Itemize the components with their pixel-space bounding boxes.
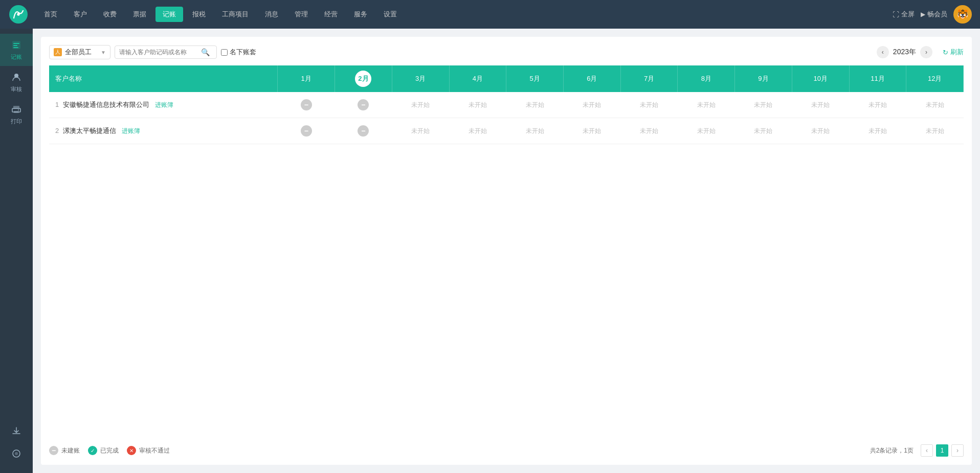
svg-rect-9 (14, 111, 19, 113)
table-header-row: 客户名称 1月 2月 3月 4月 5月 6月 7月 8月 9月 10月 11月 (49, 65, 964, 92)
svg-point-12 (15, 452, 18, 455)
top-nav: 首页 客户 收费 票据 记账 报税 工商项目 消息 管理 经营 服务 设置 ⛶ … (0, 0, 980, 29)
employee-select[interactable]: 人 全部员工 ▼ (49, 45, 110, 59)
dash-status: − (358, 99, 369, 110)
pagination: 共2条记录，1页 ‹ 1 › (870, 444, 964, 457)
sidebar-item-print[interactable]: 打印 (0, 98, 33, 130)
month-cell-1[interactable]: − (278, 118, 335, 144)
vip-label: 畅会员 (927, 10, 947, 19)
nav-customer[interactable]: 客户 (66, 7, 94, 22)
vip-button[interactable]: ▶ 畅会员 (921, 10, 947, 19)
table-row: 2 漯澳太平畅捷通信 进账簿−−未开始未开始未开始未开始未开始未开始未开始未开始… (49, 118, 964, 144)
sidebar-bottom (0, 420, 33, 473)
col-header-name: 客户名称 (49, 65, 278, 92)
nav-message[interactable]: 消息 (258, 7, 285, 22)
employee-icon: 人 (54, 48, 62, 56)
page-info: 共2条记录，1页 (870, 446, 914, 455)
nav-bookkeeping[interactable]: 记账 (155, 7, 183, 22)
current-page: 1 (936, 444, 948, 457)
download-icon (10, 425, 23, 437)
legend-dot-teal: ✓ (88, 446, 97, 455)
enter-link[interactable]: 进账簿 (122, 127, 140, 134)
year-nav: ‹ 2023年 › (877, 46, 932, 58)
nav-tax[interactable]: 报税 (185, 7, 213, 22)
search-button[interactable]: 🔍 (201, 48, 210, 56)
month-cell-3: 未开始 (392, 118, 449, 144)
month-cell-7: 未开始 (620, 92, 678, 118)
month-cell-12: 未开始 (906, 92, 964, 118)
month-cell-4: 未开始 (449, 92, 506, 118)
not-started-status: 未开始 (697, 101, 716, 108)
refresh-button[interactable]: ↻ 刷新 (943, 48, 964, 57)
col-header-m6: 6月 (563, 65, 620, 92)
avatar[interactable]: 🐯 (953, 5, 972, 24)
nav-service[interactable]: 服务 (347, 7, 374, 22)
prev-page-button[interactable]: ‹ (921, 444, 933, 457)
table-wrapper: 客户名称 1月 2月 3月 4月 5月 6月 7月 8月 9月 10月 11月 (49, 65, 964, 144)
col-header-m5: 5月 (506, 65, 564, 92)
not-started-status: 未开始 (868, 127, 887, 134)
nav-invoice[interactable]: 票据 (126, 7, 153, 22)
not-started-status: 未开始 (926, 101, 944, 108)
nav-home[interactable]: 首页 (37, 7, 64, 22)
not-started-status: 未开始 (811, 101, 830, 108)
legend-label-not-built: 未建账 (61, 446, 80, 455)
month-cell-11: 未开始 (849, 118, 906, 144)
play-icon: ▶ (921, 11, 925, 18)
col-header-m7: 7月 (620, 65, 678, 92)
month-cell-9: 未开始 (735, 118, 792, 144)
refresh-label: 刷新 (950, 48, 964, 57)
fullscreen-icon: ⛶ (893, 11, 899, 18)
audit-icon (10, 71, 23, 83)
enter-link[interactable]: 进账簿 (155, 101, 173, 108)
nav-operation[interactable]: 经营 (317, 7, 345, 22)
print-icon (10, 103, 23, 116)
search-input[interactable] (119, 49, 201, 56)
sidebar-item-download[interactable] (0, 420, 33, 442)
nav-settings[interactable]: 设置 (376, 7, 404, 22)
col-header-m8: 8月 (678, 65, 735, 92)
next-page-button[interactable]: › (951, 444, 964, 457)
month-cell-1[interactable]: − (278, 92, 335, 118)
month-cell-2[interactable]: − (335, 118, 392, 144)
year-label: 2023年 (893, 48, 916, 57)
my-accounts-checkbox[interactable] (221, 49, 228, 56)
next-year-button[interactable]: › (920, 46, 932, 58)
dash-status: − (301, 99, 312, 110)
svg-rect-5 (13, 47, 18, 48)
sidebar-item-bookkeeping[interactable]: 记账 (0, 34, 33, 66)
dash-icon: − (52, 446, 56, 455)
search-input-wrap: 🔍 (115, 46, 217, 59)
sidebar-item-support[interactable] (0, 442, 33, 465)
nav-manage[interactable]: 管理 (287, 7, 315, 22)
account-table: 客户名称 1月 2月 3月 4月 5月 6月 7月 8月 9月 10月 11月 (49, 65, 964, 144)
not-started-status: 未开始 (526, 101, 544, 108)
not-started-status: 未开始 (640, 127, 658, 134)
fullscreen-label: 全屏 (901, 10, 915, 19)
checkbox-wrap[interactable]: 名下账套 (221, 48, 256, 57)
month-cell-2[interactable]: − (335, 92, 392, 118)
month-cell-10: 未开始 (792, 118, 849, 144)
legend-failed: ✕ 审核不通过 (127, 446, 170, 455)
nav-charge[interactable]: 收费 (96, 7, 124, 22)
month-cell-6: 未开始 (563, 118, 620, 144)
legend-not-built: − 未建账 (49, 446, 80, 455)
nav-right: ⛶ 全屏 ▶ 畅会员 🐯 (893, 5, 972, 24)
sidebar-item-audit[interactable]: 审核 (0, 66, 33, 98)
month-cell-8: 未开始 (678, 118, 735, 144)
toolbar: 人 全部员工 ▼ 🔍 名下账套 ‹ 2023年 › ↻ 刷新 (49, 45, 964, 59)
legend: − 未建账 ✓ 已完成 ✕ 审核不通过 (49, 446, 870, 455)
month-cell-5: 未开始 (506, 118, 564, 144)
current-month-circle: 2月 (355, 71, 371, 87)
not-started-status: 未开始 (754, 127, 772, 134)
prev-year-button[interactable]: ‹ (877, 46, 889, 58)
svg-point-1 (17, 13, 19, 15)
not-started-status: 未开始 (697, 127, 716, 134)
client-name: 漯澳太平畅捷通信 (63, 127, 116, 134)
table-row: 1 安徽畅捷通信息技术有限公司 进账簿−−未开始未开始未开始未开始未开始未开始未… (49, 92, 964, 118)
fullscreen-button[interactable]: ⛶ 全屏 (893, 10, 915, 19)
col-header-m2: 2月 (335, 65, 392, 92)
month-cell-7: 未开始 (620, 118, 678, 144)
legend-dot-gray: − (49, 446, 58, 455)
nav-business[interactable]: 工商项目 (215, 7, 256, 22)
